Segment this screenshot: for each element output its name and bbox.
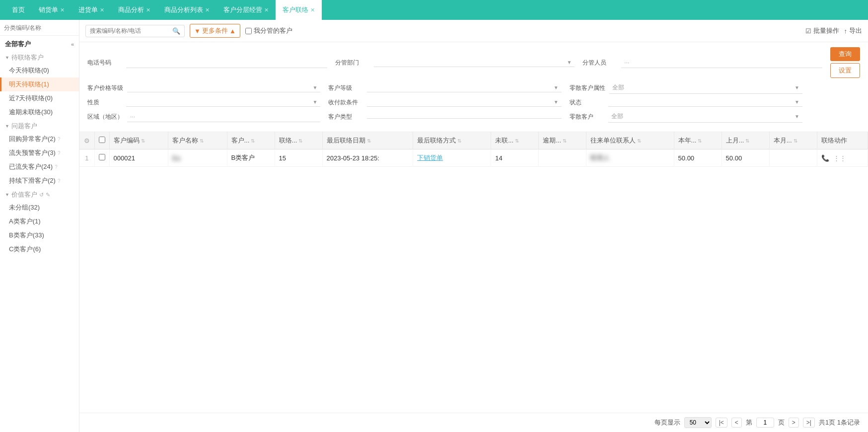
th-not-contacted[interactable]: 未联...⇅ <box>491 132 539 149</box>
filter-icon: ▼ <box>194 27 201 35</box>
per-page-select[interactable]: 50 10 20 100 <box>684 417 712 428</box>
sidebar-item-7days-pending[interactable]: 近7天待联络(0) <box>0 91 79 105</box>
sidebar-item-c-class[interactable]: C类客户(6) <box>0 242 79 256</box>
edit-icon[interactable]: ✎ <box>46 192 50 198</box>
nature-label: 性质 <box>87 98 122 107</box>
branch-person-input[interactable]: ··· <box>621 58 822 68</box>
filter-row-1: 电话号码 分管部门 ▼ 分管人员 ··· 查询 设置 <box>87 47 860 78</box>
th-action: 联络动作 <box>817 132 868 149</box>
th-last-contact-date[interactable]: 最后联络日期⇅ <box>322 132 413 149</box>
select-all-checkbox[interactable] <box>99 137 105 143</box>
my-customers-check-input[interactable] <box>245 28 252 34</box>
sidebar-item-overdue-pending[interactable]: 逾期未联络(30) <box>0 105 79 119</box>
action-icons: 📞 ⋮⋮ <box>821 154 864 162</box>
more-action-icon[interactable]: ⋮⋮ <box>833 154 846 162</box>
sidebar-item-repurchase-abnormal[interactable]: 回购异常客户(2) ? <box>0 132 79 146</box>
filter-row-3: 性质 ▼ 收付款条件 ▼ 状态 <box>87 98 860 107</box>
close-icon[interactable]: ✕ <box>264 0 269 20</box>
row-gear: 1 <box>79 149 94 167</box>
sidebar-item-today-pending[interactable]: 今天待联络(0) <box>0 64 79 77</box>
sidebar-item-a-class[interactable]: A类客户(1) <box>0 215 79 228</box>
region-filter-cell: 区域（地区） ··· <box>87 112 328 122</box>
nature-filter-cell: 性质 ▼ <box>87 98 328 107</box>
th-this-month[interactable]: 本月...⇅ <box>769 132 817 149</box>
close-icon[interactable]: ✕ <box>60 0 65 20</box>
sidebar-item-declining[interactable]: 持续下滑客户(2) ? <box>0 174 79 188</box>
help-icon[interactable]: ? <box>58 137 61 142</box>
nav-salesperson[interactable]: 销货单 ✕ <box>32 0 72 20</box>
table-row: 1 000021 Ea B类客户 15 2023-05-23 18:25: 下销… <box>79 149 868 167</box>
th-last-month[interactable]: 上月...⇅ <box>722 132 769 149</box>
sidebar-item-churned[interactable]: 已流失客户(24) ? <box>0 160 79 174</box>
payment-select[interactable]: ▼ <box>367 98 561 107</box>
value-group-label: 价值客户 ↺ ✎ <box>0 188 79 201</box>
first-page-button[interactable]: |< <box>716 418 727 428</box>
th-this-year[interactable]: 本年...⇅ <box>674 132 722 149</box>
page-input[interactable] <box>756 418 774 428</box>
customer-type-select[interactable] <box>367 115 561 119</box>
retail-attr-select[interactable]: 全部 ▼ <box>609 82 802 94</box>
query-button[interactable]: 查询 <box>830 47 860 61</box>
nav-purchase[interactable]: 进货单 ✕ <box>72 0 111 20</box>
th-contact-count[interactable]: 联络...⇅ <box>275 132 322 149</box>
th-customer-name[interactable]: 客户名称⇅ <box>168 132 227 149</box>
region-input[interactable]: ··· <box>127 112 320 122</box>
my-customers-checkbox[interactable]: 我分管的客户 <box>245 26 292 35</box>
contact-icon[interactable]: 📞 <box>821 154 829 162</box>
customer-price-select[interactable]: ▼ <box>127 83 320 92</box>
nav-product-analysis-list[interactable]: 商品分析列表 ✕ <box>157 0 217 20</box>
help-icon[interactable]: ? <box>55 164 58 170</box>
row-last-contact-method[interactable]: 下销货单 <box>413 149 491 167</box>
phone-input[interactable] <box>126 58 327 68</box>
retail-attr-filter-cell: 零散客户属性 全部 ▼ <box>570 82 810 94</box>
last-page-button[interactable]: >| <box>803 418 815 428</box>
nature-select[interactable]: ▼ <box>126 98 320 107</box>
filter-search-icon[interactable]: 🔍 <box>172 27 180 35</box>
table-gear-header[interactable]: ⚙ <box>79 132 94 149</box>
close-icon[interactable]: ✕ <box>146 0 150 20</box>
settings-button[interactable]: 设置 <box>830 63 860 78</box>
sidebar-item-tomorrow-pending[interactable]: 明天待联络(1) <box>0 77 79 91</box>
th-customer-type[interactable]: 客户...⇅ <box>227 132 275 149</box>
nav-product-analysis[interactable]: 商品分析 ✕ <box>111 0 157 20</box>
table-header-row: ⚙ 客户编码⇅ 客户名称⇅ 客户...⇅ 联络...⇅ 最后联络日期⇅ 最后联络… <box>79 132 868 149</box>
collapse-icon[interactable]: « <box>71 41 74 47</box>
nav-customer-segmentation[interactable]: 客户分层经营 ✕ <box>217 0 276 20</box>
retail-customer-select[interactable]: 全部 ▼ <box>608 111 802 123</box>
sidebar-item-b-class[interactable]: B类客户(33) <box>0 228 79 242</box>
nav-customer-contact[interactable]: 客户联络 ✕ <box>276 0 322 20</box>
customer-price-filter-cell: 客户价格等级 ▼ <box>87 83 328 92</box>
refresh-icon[interactable]: ↺ <box>39 192 44 198</box>
help-icon[interactable]: ? <box>58 178 61 184</box>
filter-search-input[interactable] <box>90 27 169 34</box>
row-checkbox-cell[interactable] <box>94 149 109 167</box>
close-icon[interactable]: ✕ <box>100 0 104 20</box>
sidebar-item-ungrouped[interactable]: 未分组(32) <box>0 201 79 215</box>
help-icon[interactable]: ? <box>58 150 61 156</box>
filter-search-box: 🔍 <box>85 25 185 37</box>
data-table-container: ⚙ 客户编码⇅ 客户名称⇅ 客户...⇅ 联络...⇅ 最后联络日期⇅ 最后联络… <box>79 132 868 413</box>
chevron-down-icon: ▼ <box>312 99 317 105</box>
sidebar-search-input[interactable] <box>4 24 78 31</box>
payment-filter-cell: 收付款条件 ▼ <box>328 98 569 107</box>
batch-operation-button[interactable]: ☑ 批量操作 <box>805 26 839 35</box>
customer-type-filter-cell: 客户类型 <box>328 113 569 121</box>
th-overdue[interactable]: 逾期...⇅ <box>539 132 586 149</box>
branch-person-label: 分管人员 <box>582 59 617 67</box>
sidebar-item-churn-warning[interactable]: 流失预警客户(3) ? <box>0 146 79 160</box>
close-icon[interactable]: ✕ <box>310 0 315 20</box>
table-checkbox-header[interactable] <box>94 132 109 149</box>
prev-page-button[interactable]: < <box>731 418 742 428</box>
nav-home[interactable]: 首页 <box>5 0 32 20</box>
more-conditions-button[interactable]: ▼ 更多条件 ▲ <box>190 24 240 38</box>
customer-level-select[interactable]: ▼ <box>367 83 561 92</box>
status-select[interactable]: ▼ <box>608 98 802 107</box>
branch-dept-select[interactable]: ▼ <box>374 58 575 67</box>
row-checkbox[interactable] <box>99 154 105 160</box>
th-customer-code[interactable]: 客户编码⇅ <box>109 132 168 149</box>
close-icon[interactable]: ✕ <box>205 0 210 20</box>
th-last-contact-method[interactable]: 最后联络方式⇅ <box>413 132 491 149</box>
next-page-button[interactable]: > <box>789 418 799 428</box>
th-unit-contact[interactable]: 往来单位联系人⇅ <box>586 132 674 149</box>
export-button[interactable]: ↑ 导出 <box>844 26 863 35</box>
